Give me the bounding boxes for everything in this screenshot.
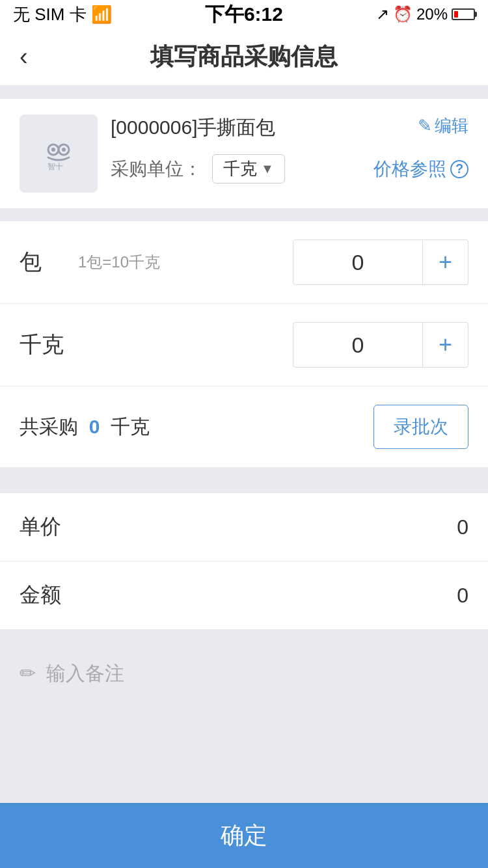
edit-label: 编辑 [435,115,468,137]
quantity-label-kg: 千克 [20,330,72,360]
unit-price-label: 单价 [20,513,61,541]
record-batch-button[interactable]: 录批次 [373,405,468,449]
unit-price-value: 0 [457,515,468,539]
status-signal: 无 SIM 卡 📶 [13,3,112,26]
summary-unit: 千克 [111,416,150,437]
quantity-row-kg: 千克 + [0,304,488,387]
unit-label-text: 采购单位： [111,157,202,182]
svg-text:智十: 智十 [47,162,63,171]
quantity-input-bag[interactable] [293,239,423,285]
section-divider [0,208,488,221]
quantity-input-wrap-kg: + [293,322,468,368]
quantity-input-wrap-bag: + [293,239,468,285]
unit-value: 千克 [223,157,257,180]
price-row-amount: 金额 0 [0,562,488,629]
price-row-unit: 单价 0 [0,493,488,562]
price-section: 单价 0 金额 0 [0,493,488,629]
product-card: 智十 [0000006]手撕面包 ✎ 编辑 采购单位： 千克 ▼ 价格参照 ? [0,99,488,208]
edit-icon: ✎ [418,116,432,136]
main-content: 智十 [0000006]手撕面包 ✎ 编辑 采购单位： 千克 ▼ 价格参照 ? [0,86,488,803]
amount-label: 金额 [20,581,61,610]
svg-point-2 [51,148,55,152]
quantity-section: 包 1包=10千克 + 千克 + [0,221,488,387]
page-title: 填写商品采购信息 [150,41,338,73]
help-icon: ? [450,160,468,178]
location-icon: ↗ [376,5,389,23]
quantity-row-bag: 包 1包=10千克 + [0,221,488,304]
product-name: [0000006]手撕面包 [111,115,405,141]
product-thumbnail: 智十 [20,115,98,193]
product-header: [0000006]手撕面包 ✎ 编辑 [111,115,468,141]
price-ref-label: 价格参照 [373,157,446,182]
edit-button[interactable]: ✎ 编辑 [418,115,468,137]
pencil-icon: ✏ [20,662,36,685]
status-bar: 无 SIM 卡 📶 下午6:12 ↗ ⏰ 20% [0,0,488,29]
quantity-sublabel-bag: 1包=10千克 [78,252,160,273]
alarm-icon: ⏰ [393,5,413,23]
section-divider-2 [0,467,488,480]
quantity-plus-bag[interactable]: + [423,239,468,285]
price-reference-button[interactable]: 价格参照 ? [373,157,468,182]
amount-value: 0 [457,584,468,608]
back-button[interactable]: ‹ [20,43,52,71]
quantity-label-bag: 包 [20,247,72,277]
quantity-input-kg[interactable] [293,322,423,368]
dropdown-arrow-icon: ▼ [261,161,274,176]
product-unit-row: 采购单位： 千克 ▼ 价格参照 ? [111,154,468,183]
unit-select[interactable]: 千克 ▼ [212,154,285,183]
summary-prefix: 共采购 [20,416,78,437]
summary-row: 共采购 0 千克 录批次 [0,387,488,467]
battery-percent: 20% [416,5,448,23]
confirm-button[interactable]: 确定 [0,803,488,868]
product-info: [0000006]手撕面包 ✎ 编辑 采购单位： 千克 ▼ 价格参照 ? [111,115,468,183]
battery-icon [452,8,475,20]
notes-section[interactable]: ✏ 输入备注 [0,642,488,803]
notes-placeholder: 输入备注 [46,660,124,687]
status-time: 下午6:12 [205,1,283,28]
summary-count: 0 [89,416,100,437]
nav-bar: ‹ 填写商品采购信息 [0,29,488,86]
status-indicators: ↗ ⏰ 20% [376,5,475,23]
summary-text: 共采购 0 千克 [20,414,150,441]
svg-point-3 [62,148,66,152]
quantity-plus-kg[interactable]: + [423,322,468,368]
